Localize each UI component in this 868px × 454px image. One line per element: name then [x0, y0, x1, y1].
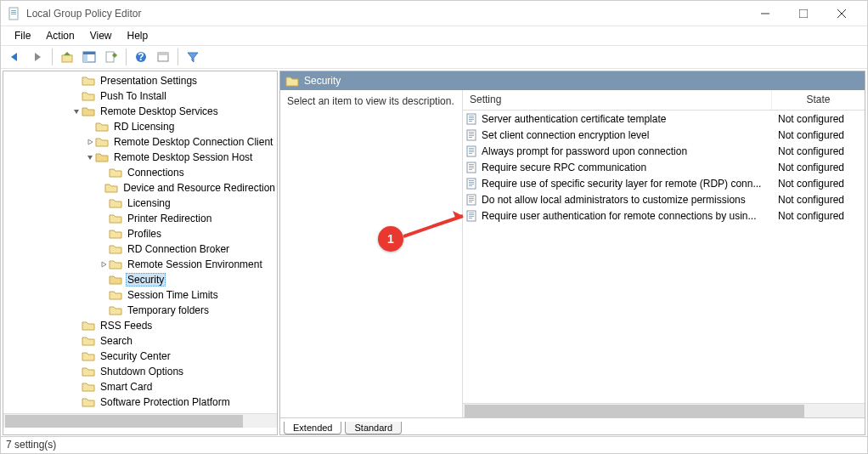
folder-icon	[82, 335, 95, 347]
tree-hscroll[interactable]	[3, 413, 277, 428]
svg-rect-23	[469, 132, 474, 133]
chevron-down-icon[interactable]	[71, 108, 82, 116]
svg-rect-10	[83, 52, 95, 54]
svg-rect-40	[469, 184, 474, 184]
svg-rect-38	[469, 180, 474, 181]
tree-node[interactable]: Remote Desktop Connection Client	[3, 134, 277, 150]
svg-rect-45	[469, 200, 474, 201]
show-hide-tree-button[interactable]	[80, 48, 99, 66]
tree-node[interactable]: Search	[3, 333, 277, 349]
setting-state: Not configured	[771, 194, 865, 206]
folder-icon	[109, 243, 122, 255]
svg-rect-20	[469, 119, 474, 120]
tree-node[interactable]: Remote Session Environment	[3, 257, 277, 272]
setting-row[interactable]: Server authentication certificate templa…	[463, 111, 865, 127]
folder-icon	[82, 381, 95, 393]
detail-pane: Security Select an item to view its desc…	[279, 71, 865, 435]
menu-view[interactable]: View	[83, 28, 119, 43]
tree-node-label: Remote Desktop Services	[99, 105, 220, 117]
setting-row[interactable]: Set client connection encryption levelNo…	[463, 127, 865, 143]
properties-button[interactable]	[154, 48, 172, 66]
svg-rect-30	[469, 151, 474, 152]
status-text: 7 setting(s)	[6, 439, 56, 451]
folder-icon	[109, 167, 122, 179]
up-button[interactable]	[58, 48, 76, 66]
tree-node[interactable]: Security	[3, 272, 277, 287]
menu-bar: File Action View Help	[1, 26, 867, 45]
tree-node[interactable]: Smart Card	[3, 379, 277, 394]
tree-node-label: Profiles	[126, 228, 163, 240]
tree-node[interactable]: Remote Desktop Session Host	[3, 150, 277, 165]
status-bar: 7 setting(s)	[1, 436, 867, 453]
help-button[interactable]: ?	[132, 48, 150, 66]
tree-node[interactable]: RSS Feeds	[3, 318, 277, 333]
svg-rect-35	[469, 167, 474, 168]
setting-name: Server authentication certificate templa…	[482, 113, 771, 125]
folder-icon	[82, 350, 95, 362]
tree-node-label: Presentation Settings	[99, 75, 199, 87]
tree-node[interactable]: Printer Redirection	[3, 211, 277, 226]
tree-node[interactable]: Software Protection Platform	[3, 394, 277, 410]
column-headers[interactable]: Setting State	[463, 90, 865, 111]
folder-icon	[109, 197, 122, 209]
folder-icon	[109, 304, 122, 316]
tree-node[interactable]: Licensing	[3, 196, 277, 211]
tree-node[interactable]: RD Licensing	[3, 119, 277, 134]
tree-node[interactable]: Temporary folders	[3, 303, 277, 318]
svg-rect-31	[469, 153, 472, 154]
list-hscroll[interactable]	[463, 403, 865, 417]
separator	[126, 48, 127, 65]
export-button[interactable]	[102, 48, 121, 66]
tree-node[interactable]: Remote Desktop Services	[3, 104, 277, 119]
folder-icon	[82, 90, 95, 102]
menu-file[interactable]: File	[8, 28, 37, 43]
col-state[interactable]: State	[771, 90, 865, 110]
tree-node-label: Push To Install	[99, 90, 168, 102]
detail-header: Security	[280, 71, 865, 90]
tree-node[interactable]: Session Time Limits	[3, 287, 277, 303]
svg-line-52	[403, 216, 463, 236]
tab-extended[interactable]: Extended	[284, 422, 341, 434]
folder-icon	[82, 75, 95, 87]
tree-node[interactable]: Device and Resource Redirection	[3, 180, 277, 196]
tree-node[interactable]: Profiles	[3, 226, 277, 241]
tree-node-label: Device and Resource Redirection	[121, 182, 277, 194]
tree-node[interactable]: Shutdown Options	[3, 364, 277, 379]
forward-button[interactable]	[28, 48, 47, 66]
tree-node-label: Remote Desktop Session Host	[112, 151, 254, 163]
menu-action[interactable]: Action	[39, 28, 81, 43]
folder-icon	[109, 289, 122, 301]
folder-icon	[285, 75, 299, 87]
tab-standard[interactable]: Standard	[345, 422, 402, 434]
svg-rect-29	[469, 150, 474, 150]
close-button[interactable]	[822, 1, 860, 26]
chevron-right-icon[interactable]	[85, 139, 95, 146]
col-setting[interactable]: Setting	[463, 90, 771, 110]
setting-row[interactable]: Do not allow local administrators to cus…	[463, 191, 865, 207]
setting-row[interactable]: Always prompt for password upon connecti…	[463, 143, 865, 159]
setting-state: Not configured	[771, 178, 865, 190]
tree-node[interactable]: Push To Install	[3, 88, 277, 104]
tree-node-label: Remote Session Environment	[126, 258, 264, 270]
svg-rect-5	[799, 9, 808, 18]
folder-icon	[95, 136, 109, 148]
tree-node[interactable]: Security Center	[3, 349, 277, 364]
svg-rect-11	[83, 54, 87, 62]
filter-button[interactable]	[183, 48, 202, 66]
chevron-down-icon[interactable]	[85, 154, 95, 162]
tree-pane[interactable]: Presentation SettingsPush To InstallRemo…	[3, 71, 278, 435]
tree-node[interactable]: RD Connection Broker	[3, 241, 277, 257]
menu-help[interactable]: Help	[121, 28, 155, 43]
svg-rect-16	[158, 53, 168, 55]
folder-icon	[82, 105, 95, 117]
tree-node[interactable]: Presentation Settings	[3, 73, 277, 88]
tree-node-label: Remote Desktop Connection Client	[112, 136, 274, 148]
back-button[interactable]	[6, 48, 25, 66]
setting-row[interactable]: Require use of specific security layer f…	[463, 175, 865, 191]
chevron-right-icon[interactable]	[99, 261, 109, 269]
setting-row[interactable]: Require user authentication for remote c…	[463, 207, 865, 224]
maximize-button[interactable]	[784, 1, 822, 26]
minimize-button[interactable]	[746, 1, 784, 26]
setting-row[interactable]: Require secure RPC communicationNot conf…	[463, 159, 865, 175]
tree-node[interactable]: Connections	[3, 165, 277, 180]
